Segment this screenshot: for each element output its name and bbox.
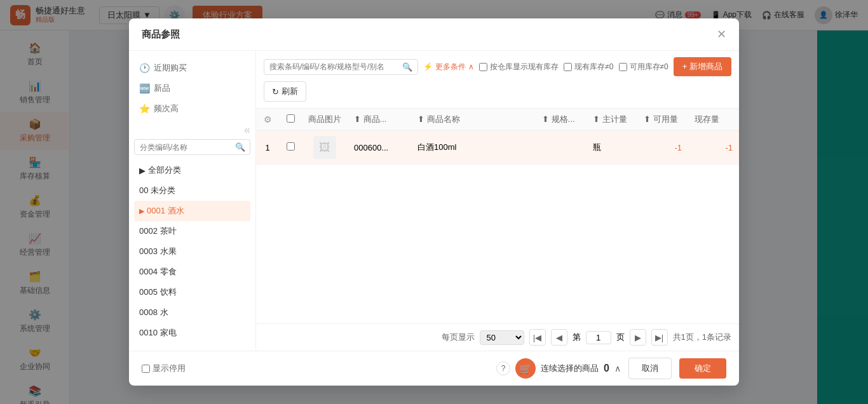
product-search-box: 🔍 (264, 59, 418, 75)
col-stock-header: 现存量 (688, 109, 739, 131)
total-info: 共1页，1条记录 (673, 332, 731, 343)
col-unit-header[interactable]: ⬆ 主计量 (587, 109, 637, 131)
help-button[interactable]: ? (496, 361, 510, 375)
cat-all-arrow: ▶ (139, 166, 146, 175)
col-num-header: ⚙ (256, 109, 279, 131)
filter-icon: ⚡ (423, 62, 433, 71)
filter-label: 更多条件 (435, 62, 466, 72)
check-avail-stock-input[interactable] (619, 63, 627, 71)
category-search-icon[interactable]: 🔍 (235, 142, 245, 152)
modal-close-button[interactable]: ✕ (717, 27, 726, 41)
star-icon: ⭐ (139, 104, 150, 114)
cell-code: 000600... (348, 131, 411, 165)
cat-00-label: 00 未分类 (139, 185, 175, 196)
modal-body: 🕐 近期购买 🆕 新品 ⭐ 频次高 « (129, 51, 739, 351)
prev-page-button[interactable]: ◀ (551, 329, 567, 346)
cat-0003-label: 0003 水果 (139, 246, 177, 257)
col-name-header[interactable]: ⬆ 商品名称 (411, 109, 536, 131)
cat-0004-label: 0004 零食 (139, 266, 177, 278)
category-list: ▶ 全部分类 00 未分类 ▶ 0001 酒水 0002 茶叶 0003 水果 (129, 160, 255, 343)
cat-0005[interactable]: 0005 饮料 (134, 282, 250, 302)
page-number-input[interactable] (586, 331, 611, 344)
category-search-input[interactable] (140, 143, 235, 152)
page-label: 页 (616, 332, 625, 343)
refresh-icon: ↻ (272, 87, 279, 97)
cat-0008[interactable]: 0008 水 (134, 302, 250, 323)
product-panel: 🔍 ⚡ 更多条件 ∧ 按仓库显示现有库存 现有库存≠0 (256, 51, 739, 351)
product-search-icon[interactable]: 🔍 (402, 62, 412, 72)
cat-0005-label: 0005 饮料 (139, 286, 177, 298)
cell-name: 白酒100ml (411, 131, 536, 165)
modal-title: 商品参照 (142, 29, 180, 41)
refresh-label: 刷新 (281, 86, 298, 97)
cat-0003[interactable]: 0003 水果 (134, 241, 250, 262)
add-product-button[interactable]: + 新增商品 (674, 57, 731, 76)
col-code-header[interactable]: ⬆ 商品... (348, 109, 411, 131)
cat-0001-label: 0001 酒水 (147, 205, 184, 217)
cancel-button[interactable]: 取消 (628, 358, 672, 379)
more-filter-button[interactable]: ⚡ 更多条件 ∧ (423, 62, 474, 72)
question-icon: ? (501, 364, 506, 373)
cat-0010[interactable]: 0010 家电 (134, 323, 250, 343)
continuous-select-area: ? 🛒 连续选择的商品 0 ∧ (496, 358, 621, 379)
show-disabled-input[interactable] (142, 365, 150, 373)
last-page-button[interactable]: ▶| (651, 329, 668, 346)
col-check-header (279, 109, 302, 131)
recent-label: 近期购买 (154, 62, 187, 74)
cat-0002[interactable]: 0002 茶叶 (134, 221, 250, 241)
category-panel: 🕐 近期购买 🆕 新品 ⭐ 频次高 « (129, 51, 256, 351)
page-size-select[interactable]: 50 100 200 (480, 330, 524, 345)
tab-new-product[interactable]: 🆕 新品 (134, 79, 250, 98)
first-page-button[interactable]: |◀ (529, 329, 546, 346)
collapse-panel-icon[interactable]: « (244, 123, 250, 137)
col-spec-header[interactable]: ⬆ 规格... (536, 109, 587, 131)
category-tabs: 🕐 近期购买 🆕 新品 ⭐ 频次高 (129, 58, 255, 118)
cell-stock: -1 (688, 131, 739, 165)
continuous-label: 连续选择的商品 (541, 363, 599, 374)
col-avail-header[interactable]: ⬆ 可用量 (637, 109, 688, 131)
cat-00[interactable]: 00 未分类 (134, 180, 250, 201)
page-word: 第 (573, 332, 581, 343)
frequent-label: 频次高 (154, 103, 179, 114)
cat-0004[interactable]: 0004 零食 (134, 262, 250, 282)
product-toolbar: 🔍 ⚡ 更多条件 ∧ 按仓库显示现有库存 现有库存≠0 (256, 51, 739, 109)
table-row[interactable]: 1 🖼 000600... 白酒100ml (256, 131, 739, 165)
show-disabled-checkbox[interactable]: 显示停用 (142, 363, 186, 374)
check-avail-label: 可用库存≠0 (630, 62, 668, 72)
cat-all-label: 全部分类 (148, 165, 181, 176)
col-settings-icon[interactable]: ⚙ (264, 114, 272, 125)
cat-0002-label: 0002 茶叶 (139, 226, 177, 237)
select-all-checkbox[interactable] (287, 114, 295, 123)
cat-0001[interactable]: ▶ 0001 酒水 (134, 201, 250, 221)
continuous-count: 0 (604, 363, 609, 374)
cat-all[interactable]: ▶ 全部分类 (134, 160, 250, 180)
check-avail-stock[interactable]: 可用库存≠0 (619, 62, 668, 72)
new-icon: 🆕 (139, 83, 150, 93)
cell-img: 🖼 (302, 131, 348, 165)
check-current-stock-input[interactable] (564, 63, 572, 71)
product-modal: 商品参照 ✕ 🕐 近期购买 🆕 新品 ⭐ (129, 18, 739, 386)
tab-recent-purchase[interactable]: 🕐 近期购买 (134, 58, 250, 77)
next-page-button[interactable]: ▶ (630, 329, 646, 346)
refresh-button[interactable]: ↻ 刷新 (264, 81, 306, 102)
cell-check (279, 131, 302, 165)
cell-num: 1 (256, 131, 279, 165)
product-search-input[interactable] (269, 62, 402, 71)
img-placeholder-icon: 🖼 (319, 141, 330, 154)
col-img-header: 商品图片 (302, 109, 348, 131)
check-warehouse-stock[interactable]: 按仓库显示现有库存 (479, 62, 559, 72)
check-current-label: 现有库存≠0 (574, 62, 613, 72)
recent-icon: 🕐 (139, 63, 150, 73)
confirm-button[interactable]: 确定 (679, 358, 726, 379)
footer-collapse-icon[interactable]: ∧ (614, 363, 621, 374)
modal-header: 商品参照 ✕ (129, 18, 739, 51)
check-warehouse-label: 按仓库显示现有库存 (490, 62, 559, 72)
show-disabled-label: 显示停用 (153, 363, 186, 374)
cell-spec (536, 131, 587, 165)
cart-button[interactable]: 🛒 (515, 358, 536, 379)
row-checkbox[interactable] (287, 142, 295, 151)
tab-frequent[interactable]: ⭐ 频次高 (134, 99, 250, 118)
cart-icon: 🛒 (519, 363, 532, 375)
check-current-stock[interactable]: 现有库存≠0 (564, 62, 613, 72)
check-warehouse-stock-input[interactable] (479, 63, 487, 71)
